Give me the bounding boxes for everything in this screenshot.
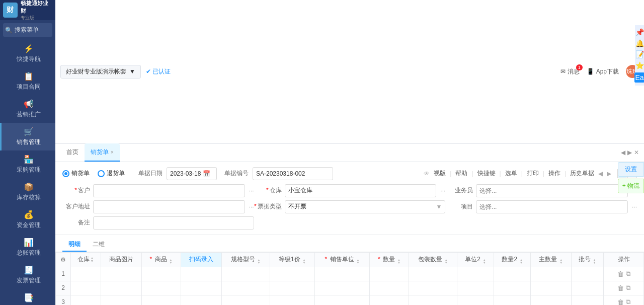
project-picker[interactable]: ··· bbox=[632, 203, 637, 210]
table-cell[interactable] bbox=[270, 295, 314, 305]
col-unit2[interactable]: 单位2 ▲▼ bbox=[457, 252, 494, 267]
right-panel-btn3[interactable]: 📝 bbox=[635, 50, 644, 58]
sidebar-search[interactable]: 🔍 搜索菜单 bbox=[0, 20, 55, 40]
right-panel-btn1[interactable]: 📌 bbox=[635, 28, 644, 36]
right-panel-btn5[interactable]: Ea bbox=[634, 72, 644, 83]
next-tab-icon[interactable]: ▶ bbox=[627, 149, 632, 156]
col-grade-price[interactable]: 等级1价 ▲▼ bbox=[270, 252, 314, 267]
sidebar-item-general[interactable]: 📊 总账管理 bbox=[0, 234, 55, 261]
table-cell[interactable] bbox=[270, 281, 314, 295]
col-qty[interactable]: 数量 ▲▼ bbox=[370, 252, 409, 267]
table-cell[interactable] bbox=[101, 281, 141, 295]
table-cell[interactable] bbox=[221, 281, 270, 295]
table-cell[interactable] bbox=[457, 295, 494, 305]
table-cell[interactable] bbox=[531, 267, 571, 281]
search-menu-button[interactable]: 🔍 搜索菜单 bbox=[3, 23, 52, 37]
help-label[interactable]: 帮助 bbox=[455, 169, 467, 178]
table-cell[interactable] bbox=[270, 267, 314, 281]
col-product[interactable]: 商品 ▲▼ bbox=[141, 252, 181, 267]
sidebar-item-quick-nav[interactable]: ⚡ 快捷导航 bbox=[0, 40, 55, 67]
table-cell[interactable] bbox=[141, 267, 181, 281]
delete-row-button[interactable]: 🗑 bbox=[617, 298, 624, 305]
staff-input[interactable] bbox=[476, 184, 628, 197]
table-cell[interactable] bbox=[571, 295, 603, 305]
tab-sales-order[interactable]: 销货单 × bbox=[85, 143, 120, 162]
table-cell[interactable] bbox=[370, 295, 409, 305]
copy-row-button[interactable]: ⧉ bbox=[626, 298, 630, 305]
col-sales-unit[interactable]: 销售单位 ▲▼ bbox=[314, 252, 370, 267]
table-cell[interactable] bbox=[181, 281, 221, 295]
table-cell[interactable] bbox=[314, 267, 370, 281]
radio-return[interactable]: 退货单 bbox=[98, 169, 125, 178]
table-cell[interactable] bbox=[141, 295, 181, 305]
project-input[interactable] bbox=[476, 200, 628, 213]
doc-no-input[interactable]: SA-20230318-002 bbox=[253, 167, 333, 180]
col-warehouse[interactable]: 仓库 ▲▼ bbox=[71, 252, 101, 267]
tab-detail[interactable]: 明细 bbox=[62, 238, 87, 252]
warehouse-picker[interactable]: ··· bbox=[440, 187, 445, 194]
table-cell[interactable] bbox=[457, 281, 494, 295]
col-main-qty[interactable]: 主数量 ▲▼ bbox=[531, 252, 571, 267]
col-batch[interactable]: 批号 ▲▼ bbox=[571, 252, 603, 267]
sidebar-item-project-contract[interactable]: 📋 项目合同 bbox=[0, 67, 55, 95]
settings-icon[interactable]: ⚙ bbox=[60, 256, 66, 263]
customer-picker[interactable]: ··· bbox=[249, 187, 254, 194]
table-cell[interactable] bbox=[494, 281, 531, 295]
doc-date-input[interactable]: 2023-03-18 📅 bbox=[167, 167, 217, 180]
note-input[interactable] bbox=[93, 216, 254, 230]
shortcut-label[interactable]: 快捷键 bbox=[477, 169, 496, 178]
delete-row-button[interactable]: 🗑 bbox=[617, 270, 624, 278]
settings-button[interactable]: 设置 bbox=[618, 162, 644, 177]
select-label[interactable]: 选单 bbox=[505, 169, 517, 178]
table-cell[interactable] bbox=[571, 281, 603, 295]
tab-2d[interactable]: 二维 bbox=[87, 238, 111, 252]
table-cell[interactable] bbox=[101, 267, 141, 281]
table-cell[interactable] bbox=[457, 267, 494, 281]
copy-row-button[interactable]: ⧉ bbox=[626, 284, 630, 292]
col-pack-qty[interactable]: 包装数量 ▲▼ bbox=[409, 252, 457, 267]
invoice-dropdown[interactable]: 不开票 ▼ bbox=[285, 200, 446, 213]
app-download-button[interactable]: 📱 App下载 bbox=[587, 67, 619, 76]
sidebar-item-invoice[interactable]: 🧾 发票管理 bbox=[0, 261, 55, 289]
table-cell[interactable] bbox=[221, 267, 270, 281]
table-cell[interactable] bbox=[71, 281, 101, 295]
table-cell[interactable] bbox=[494, 295, 531, 305]
logistics-button[interactable]: + 物流 bbox=[618, 179, 644, 193]
table-cell[interactable] bbox=[571, 267, 603, 281]
sidebar-item-inventory[interactable]: 📦 库存核算 bbox=[0, 178, 55, 206]
history-label[interactable]: 历史单据 bbox=[570, 169, 594, 178]
table-cell[interactable] bbox=[370, 281, 409, 295]
table-cell[interactable] bbox=[314, 281, 370, 295]
customer-addr-picker[interactable]: ··· bbox=[249, 203, 254, 210]
table-cell[interactable] bbox=[370, 267, 409, 281]
copy-row-button[interactable]: ⧉ bbox=[626, 270, 630, 278]
table-cell[interactable] bbox=[531, 295, 571, 305]
table-cell[interactable] bbox=[71, 267, 101, 281]
right-panel-btn4[interactable]: ⭐ bbox=[635, 61, 644, 69]
tab-close-icon[interactable]: × bbox=[111, 149, 114, 155]
prev-tab-icon[interactable]: ◀ bbox=[621, 149, 625, 156]
print-label[interactable]: 打印 bbox=[527, 169, 539, 178]
message-button[interactable]: ✉ 消息 1 bbox=[560, 67, 580, 76]
table-cell[interactable] bbox=[314, 295, 370, 305]
table-cell[interactable] bbox=[181, 267, 221, 281]
table-cell[interactable] bbox=[141, 281, 181, 295]
customer-input[interactable] bbox=[93, 184, 245, 197]
table-cell[interactable] bbox=[181, 295, 221, 305]
radio-sales[interactable]: 销货单 bbox=[62, 169, 90, 178]
tab-home[interactable]: 首页 bbox=[60, 143, 85, 162]
table-cell[interactable] bbox=[221, 295, 270, 305]
sidebar-item-capital[interactable]: 💰 资金管理 bbox=[0, 206, 55, 234]
right-panel-btn2[interactable]: 🔔 bbox=[635, 39, 644, 47]
settings-col[interactable]: ⚙ bbox=[56, 252, 71, 267]
delete-row-button[interactable]: 🗑 bbox=[617, 284, 624, 292]
table-cell[interactable] bbox=[409, 281, 457, 295]
table-cell[interactable] bbox=[531, 281, 571, 295]
close-tab-icon[interactable]: ✕ bbox=[634, 149, 639, 156]
operate-label[interactable]: 操作 bbox=[548, 169, 560, 178]
col-qty2[interactable]: 数量2 ▲▼ bbox=[494, 252, 531, 267]
next-doc-icon[interactable]: ▶ bbox=[607, 170, 611, 177]
col-product-img[interactable]: 商品图片 bbox=[101, 252, 141, 267]
view-label[interactable]: 视版 bbox=[434, 169, 446, 178]
table-cell[interactable] bbox=[101, 295, 141, 305]
